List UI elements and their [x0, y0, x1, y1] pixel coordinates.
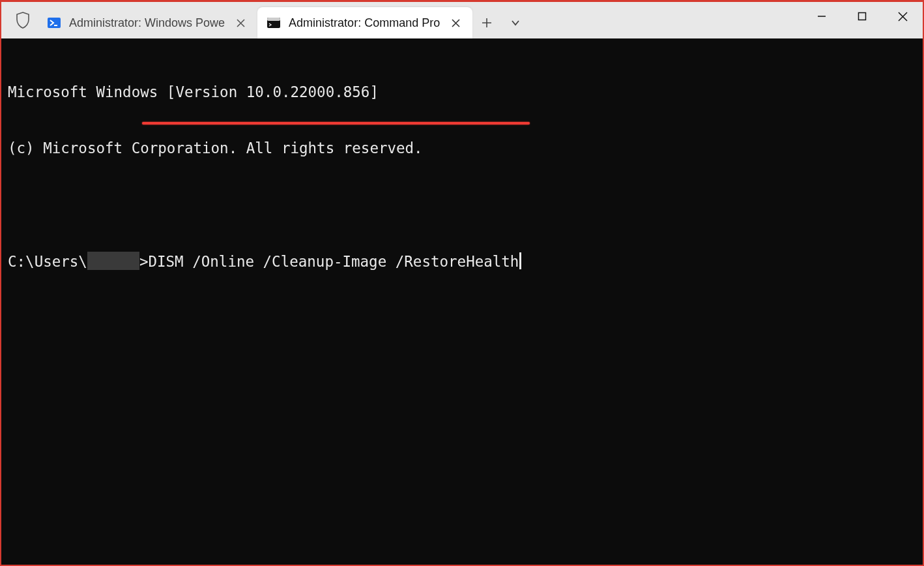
titlebar: Administrator: Windows Powe Administrato… [1, 2, 923, 38]
tab-close-button[interactable] [233, 15, 248, 31]
prompt-suffix: > [139, 253, 149, 270]
minimize-button[interactable] [801, 2, 842, 31]
tab-label: Administrator: Command Pro [289, 16, 440, 30]
tab-powershell[interactable]: Administrator: Windows Powe [38, 7, 257, 38]
svg-rect-3 [859, 13, 866, 20]
banner-line: (c) Microsoft Corporation. All rights re… [8, 139, 916, 158]
maximize-button[interactable] [842, 2, 882, 31]
prompt-prefix: C:\Users\ [8, 253, 87, 270]
banner-line: Microsoft Windows [Version 10.0.22000.85… [8, 83, 916, 102]
annotation-underline [142, 122, 530, 125]
new-tab-button[interactable] [472, 8, 501, 37]
text-cursor [519, 252, 521, 269]
prompt-line: C:\Users\>DISM /Online /Cleanup-Image /R… [8, 252, 916, 271]
close-window-button[interactable] [882, 2, 923, 31]
typed-command: DISM /Online /Cleanup-Image /RestoreHeal… [148, 253, 519, 270]
tab-close-button[interactable] [448, 15, 463, 31]
tab-label: Administrator: Windows Powe [69, 16, 225, 30]
tab-command-prompt[interactable]: Administrator: Command Pro [257, 7, 472, 38]
terminal-output[interactable]: Microsoft Windows [Version 10.0.22000.85… [1, 38, 923, 565]
blank-line [8, 195, 916, 214]
powershell-icon [47, 16, 61, 30]
svg-rect-2 [267, 18, 280, 21]
shield-icon [8, 2, 38, 38]
redacted-username [87, 252, 139, 270]
cmd-icon [267, 16, 281, 30]
tab-dropdown-button[interactable] [501, 8, 530, 37]
window-controls [801, 2, 923, 38]
